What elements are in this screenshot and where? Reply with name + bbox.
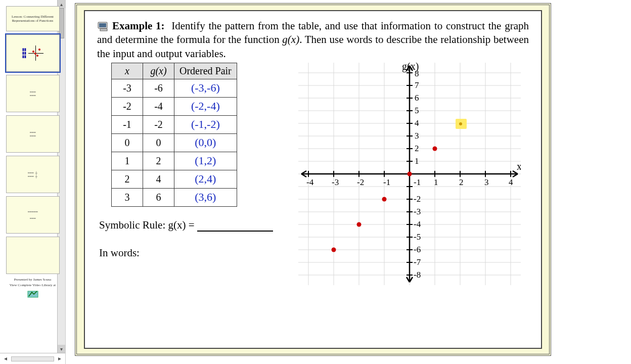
svg-text:-4: -4 [414, 219, 421, 229]
function-table: x g(x) Ordered Pair -3-6(-3,-6)-2-4(-2,-… [111, 63, 237, 207]
cell-pair: (-2,-4) [174, 97, 237, 115]
cell-gx: -4 [143, 97, 174, 115]
cell-gx: -6 [143, 79, 174, 97]
slide-outer-frame: Example 1: Identify the pattern from the… [75, 3, 551, 356]
cell-pair: (-1,-2) [174, 115, 237, 133]
table-row: 36(3,6) [112, 188, 237, 206]
thumbnail-list: Lesson: Connecting Different Representat… [5, 0, 61, 299]
cell-gx: 0 [143, 133, 174, 152]
cell-x: -2 [112, 97, 143, 115]
cell-gx: 2 [143, 152, 174, 170]
thumbnail-mini-graph [28, 46, 43, 61]
svg-rect-3 [100, 29, 107, 31]
thumbnail-placeholder: ━━━ ┼━━━ ┼ [28, 171, 37, 178]
x-axis-label: x [517, 161, 521, 172]
cell-x: 3 [112, 188, 143, 206]
svg-text:1: 1 [415, 156, 419, 166]
function-name: g(x) [282, 33, 299, 46]
svg-text:6: 6 [415, 93, 419, 103]
thumbnail-slide-2[interactable]: ▮▮▮▮▮▮ [6, 34, 60, 72]
table-row: 12(1,2) [112, 152, 237, 170]
svg-text:-3: -3 [414, 207, 421, 216]
example-label: Example 1: [112, 20, 165, 32]
svg-text:4: 4 [415, 118, 419, 128]
plot-point [407, 171, 412, 176]
cell-x: 2 [112, 170, 143, 188]
svg-text:-2: -2 [414, 194, 421, 204]
next-slide-button[interactable]: ▸ [56, 355, 63, 362]
plot-point [356, 222, 361, 226]
table-row: 00(0,0) [112, 133, 237, 152]
svg-text:-2: -2 [357, 177, 364, 187]
slide-content: Example 1: Identify the pattern from the… [84, 10, 542, 349]
slide-nav-bar: ◂ ▸ [0, 353, 65, 364]
cell-pair: (2,4) [174, 170, 237, 188]
cell-x: 0 [112, 133, 143, 152]
plot-point [382, 197, 386, 201]
in-words-label: In words: [99, 247, 140, 259]
col-header-pair: Ordered Pair [174, 63, 237, 79]
cell-pair: (0,0) [174, 133, 237, 152]
svg-text:5: 5 [415, 106, 419, 115]
scroll-thumb[interactable] [59, 8, 64, 38]
svg-text:-7: -7 [414, 257, 421, 267]
graph-svg: -4-3-2-1 -1 1234 12345678 -2-3-4-5-6-7-8… [298, 63, 521, 285]
svg-text:-1: -1 [414, 177, 421, 187]
thumbnail-slide-3[interactable]: ━━━━━━ [6, 75, 60, 112]
horizontal-scrollbar[interactable] [11, 356, 54, 361]
cell-gx: 6 [143, 188, 174, 206]
table-row: 24(2,4) [112, 170, 237, 188]
content-row: x g(x) Ordered Pair -3-6(-3,-6)-2-4(-2,-… [97, 63, 529, 285]
svg-text:3: 3 [484, 177, 489, 187]
table-body: -3-6(-3,-6)-2-4(-2,-4)-1-2(-1,-2)00(0,0)… [112, 79, 237, 206]
cell-pair: (-3,-6) [174, 79, 237, 97]
table-row: -1-2(-1,-2) [112, 115, 237, 133]
thumbnail-scroll-area: ▴ ▾ Lesson: Connecting Different Represe… [0, 0, 65, 353]
svg-rect-2 [99, 23, 106, 27]
coordinate-graph: -4-3-2-1 -1 1234 12345678 -2-3-4-5-6-7-8… [298, 63, 521, 285]
cell-gx: 4 [143, 170, 174, 188]
left-column: x g(x) Ordered Pair -3-6(-3,-6)-2-4(-2,-… [97, 63, 273, 259]
thumbnail-slide-1[interactable]: Lesson: Connecting Different Representat… [6, 6, 60, 31]
slide-thumbnail-panel: ▴ ▾ Lesson: Connecting Different Represe… [0, 0, 66, 364]
thumbnail-title-text: Lesson: Connecting Different Representat… [9, 15, 57, 23]
computer-icon [97, 21, 110, 32]
thumbnail-placeholder: ━━━━━━ [30, 130, 36, 138]
symbolic-rule-label: Symbolic Rule: g(x) = [99, 219, 195, 231]
cell-x: -3 [112, 79, 143, 97]
svg-text:1: 1 [434, 177, 438, 187]
cell-gx: -2 [143, 115, 174, 133]
svg-text:-6: -6 [414, 245, 421, 254]
scroll-down-button[interactable]: ▾ [58, 345, 65, 353]
svg-text:-8: -8 [414, 270, 421, 280]
col-header-gx: g(x) [143, 63, 174, 79]
credits-library: View Complete Video Library at [7, 283, 59, 288]
thumbnail-mini-table: ▮▮▮▮▮▮ [22, 48, 26, 59]
thumbnail-slide-5[interactable]: ━━━ ┼━━━ ┼ [6, 156, 60, 193]
cursor-highlight [456, 119, 467, 129]
table-row: -2-4(-2,-4) [112, 97, 237, 115]
svg-text:7: 7 [415, 80, 419, 90]
svg-text:2: 2 [459, 177, 464, 187]
svg-text:2: 2 [415, 144, 419, 153]
credits-author: Presented by James Sousa [7, 277, 59, 283]
svg-text:3: 3 [415, 131, 419, 141]
cell-pair: (3,6) [174, 188, 237, 206]
in-words-line: In words: [99, 247, 273, 259]
thumbnail-slide-4[interactable]: ━━━━━━ [6, 115, 60, 153]
thumbnail-slide-6[interactable]: ━━━━━━━━ [6, 196, 60, 234]
app-root: ▴ ▾ Lesson: Connecting Different Represe… [0, 0, 631, 364]
cell-x: 1 [112, 152, 143, 170]
svg-text:-3: -3 [332, 177, 339, 187]
plot-point [432, 146, 437, 151]
col-header-x: x [112, 63, 143, 79]
cell-pair: (1,2) [174, 152, 237, 170]
thumbnail-slide-7[interactable] [6, 237, 60, 274]
credits-block: Presented by James Sousa View Complete V… [7, 277, 59, 299]
prev-slide-button[interactable]: ◂ [2, 355, 9, 362]
example-prompt: Example 1: Identify the pattern from the… [97, 19, 529, 61]
thumbnail-placeholder: ━━━━━━━━ [28, 210, 38, 220]
svg-text:-1: -1 [383, 177, 390, 187]
svg-text:-4: -4 [306, 177, 314, 187]
svg-point-80 [459, 122, 462, 125]
